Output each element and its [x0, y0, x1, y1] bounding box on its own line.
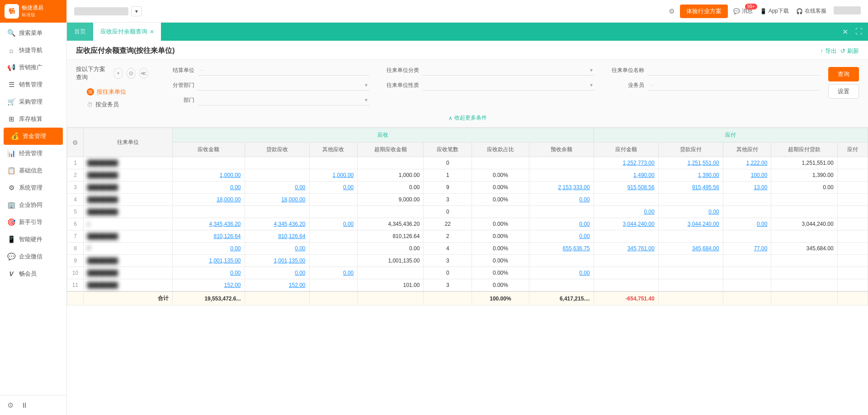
category-select[interactable]: ▾ — [423, 65, 594, 76]
row-index: 8 — [67, 243, 84, 255]
row-index: 2 — [67, 169, 84, 181]
th-gear[interactable]: ⚙ — [67, 128, 84, 157]
th-dkys: 贷款应收 — [245, 143, 309, 157]
settlement-input[interactable]: ··· — [198, 65, 369, 76]
filter-top: 按以下方案查询 + ⊙ ≪ — [76, 65, 148, 81]
table-settings-gear[interactable]: ⚙ — [72, 139, 78, 146]
tab-home[interactable]: 首页 — [67, 23, 93, 41]
sidebar-item-sales[interactable]: ☰ 销售管理 — [0, 76, 66, 93]
summary-dkyf — [658, 291, 723, 305]
table-row: 2 ████████ 1,000.00 1,000.00 1,000.00 1 … — [67, 169, 868, 181]
sidebar-item-member[interactable]: V 畅会员 — [0, 265, 66, 282]
partner-name-input[interactable] — [648, 65, 819, 76]
page: 应收应付余额查询(按往来单位) ↑ 导出 ↺ 刷新 按以下方案查询 + — [67, 41, 868, 415]
ysbs: 2 — [424, 230, 472, 243]
nature-select[interactable]: ▾ — [423, 80, 594, 91]
main-content: ▾ ⚙ 体验行业方案 💬 消息 99+ 📱 App下载 🎧 在线客服 — [67, 0, 868, 415]
app-download-btn[interactable]: 📱 App下载 — [760, 7, 789, 15]
gear-icon[interactable]: ⚙ — [669, 7, 675, 15]
filter-fields-area: 结算单位 ··· 往来单位分类 ▾ — [154, 65, 819, 110]
settlement-ellipsis: ··· — [200, 67, 204, 73]
dept2-select[interactable]: ▾ — [198, 95, 369, 105]
th-ysbs: 应收笔数 — [424, 143, 472, 157]
basic-icon: 📋 — [7, 167, 15, 175]
sidebar-item-basic[interactable]: 📋 基础信息 — [0, 162, 66, 179]
inventory-icon: ⊞ — [7, 115, 15, 123]
member-icon: V — [7, 270, 15, 277]
user-info[interactable] — [834, 6, 861, 16]
qtyf: 13.00 — [723, 181, 771, 194]
ysy — [529, 206, 594, 218]
sidebar-item-wechat[interactable]: 💬 企业微信 — [0, 248, 66, 265]
cqysjine: 0.00 — [358, 181, 424, 194]
enterprise-icon: 🏢 — [7, 201, 15, 209]
export-button[interactable]: ↑ 导出 — [821, 47, 837, 55]
department-select[interactable]: ▾ — [198, 80, 369, 91]
sidebar-item-purchase[interactable]: 🛒 采购管理 — [0, 93, 66, 110]
tab-close-btn[interactable]: × — [150, 28, 154, 35]
sidebar-item-search[interactable]: 🔍 搜索菜单 — [0, 24, 66, 42]
cqysjine — [358, 206, 424, 218]
tab-close-window-btn[interactable]: ✕ — [840, 26, 850, 38]
sidebar-item-hardware[interactable]: 📱 智能硬件 — [0, 231, 66, 248]
sidebar-item-funds[interactable]: 💰 资金管理 — [4, 128, 63, 145]
qtyf — [723, 279, 771, 292]
breadcrumb: ▾ — [74, 6, 663, 16]
table-row: 10 ████████ 0.00 0.00 0.00 0 0.00% 0.00 — [67, 267, 868, 279]
sidebar-item-guide[interactable]: 🎯 新手引导 — [0, 214, 66, 231]
summary-yfextra — [837, 291, 868, 305]
phone-icon: 📱 — [760, 8, 767, 14]
summary-label: 合计 — [84, 291, 173, 305]
tab-receivable[interactable]: 应收应付余额查询 × — [93, 23, 161, 41]
filter-back-btn[interactable]: ≪ — [139, 68, 148, 79]
filter-add-btn[interactable]: + — [113, 68, 123, 79]
qtyf: 100.00 — [723, 169, 771, 181]
online-service-btn[interactable]: 🎧 在线客服 — [796, 7, 826, 15]
sidebar-item-enterprise[interactable]: 🏢 企业协同 — [0, 196, 66, 214]
tabbar-actions: ✕ ⛶ — [840, 26, 868, 38]
partner-option-icon: 按 — [87, 88, 94, 95]
dropdown-btn[interactable]: ▾ — [131, 6, 142, 16]
refresh-button[interactable]: ↺ 刷新 — [840, 47, 859, 55]
filter-sidebar-left: 按以下方案查询 + ⊙ ≪ 按 按往来单位 ⏱ 按业务员 — [76, 65, 148, 110]
ysjine: 0.00 — [173, 243, 245, 255]
message-icon: 💬 — [733, 8, 740, 14]
sidebar-item-marketing[interactable]: 📢 营销推广 — [0, 59, 66, 76]
partner-name-label: 往来单位名称 — [604, 67, 644, 74]
salesman-input[interactable]: ··· — [648, 80, 819, 91]
qtys — [309, 243, 358, 255]
qtyf — [723, 255, 771, 267]
qtyf — [723, 206, 771, 218]
dkyf: 915,495.56 — [658, 181, 723, 194]
collapse-button[interactable]: ∧ 收起更多条件 — [448, 114, 487, 122]
sidebar-item-system[interactable]: ⚙ 系统管理 — [0, 179, 66, 196]
qtys — [309, 206, 358, 218]
department-label: 分管部门 — [154, 81, 194, 89]
summary-yskzb: 100.00% — [472, 291, 529, 305]
message-btn[interactable]: 💬 消息 99+ — [733, 7, 753, 15]
settings-footer-icon[interactable]: ⚙ — [7, 401, 14, 410]
filter-settings-btn[interactable]: ⊙ — [127, 68, 136, 79]
sidebar-item-inventory[interactable]: ⊞ 库存核算 — [0, 110, 66, 128]
ysjine: 4,345,436.20 — [173, 218, 245, 230]
category-label: 往来单位分类 — [378, 67, 419, 74]
query-button[interactable]: 查询 — [828, 67, 859, 81]
yskzb: 0.00% — [472, 230, 529, 243]
solution-button[interactable]: 体验行业方案 — [680, 5, 728, 18]
th-dkyf: 贷款应付 — [658, 143, 723, 157]
filter-row-nature: 往来单位性质 ▾ — [378, 80, 594, 91]
yf-extra — [837, 243, 868, 255]
sidebar-item-quicknav[interactable]: ⌂ 快捷导航 — [0, 42, 66, 59]
sidebar-item-operations[interactable]: 📊 经营管理 — [0, 145, 66, 162]
yfjine: 915,508.56 — [594, 181, 658, 194]
salesman-label: 业务员 — [604, 81, 644, 89]
yf-extra — [837, 255, 868, 267]
partner-name: ████████ — [84, 181, 173, 194]
filter-option-partner[interactable]: 按 按往来单位 — [83, 86, 148, 98]
tab-maximize-btn[interactable]: ⛶ — [854, 26, 864, 38]
filter-option-salesman[interactable]: ⏱ 按业务员 — [83, 99, 148, 110]
set-button[interactable]: 设置 — [828, 84, 859, 99]
row-index: 11 — [67, 279, 84, 292]
cqyf: 1,390.00 — [771, 169, 837, 181]
pause-footer-icon[interactable]: ⏸ — [21, 401, 28, 410]
